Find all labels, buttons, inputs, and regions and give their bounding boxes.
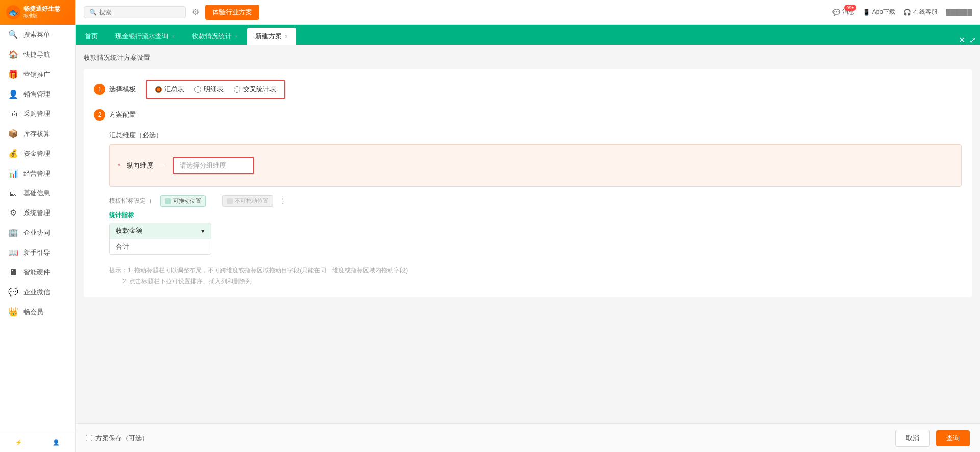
dim-select-box[interactable]: 请选择分组维度: [173, 157, 254, 174]
radio-summary-label: 汇总表: [164, 85, 184, 94]
save-checkbox[interactable]: 方案保存（可选）: [86, 434, 149, 443]
radio-summary-input[interactable]: [155, 86, 162, 93]
sidebar-item-enterprise[interactable]: 🏢企业协同: [0, 223, 75, 243]
tab-close-new-plan[interactable]: ×: [285, 34, 288, 39]
sidebar-item-basic-info[interactable]: 🗂基础信息: [0, 183, 75, 203]
logo-icon: 🐟: [6, 5, 20, 19]
sidebar-item-wechat[interactable]: 💬企业微信: [0, 282, 75, 302]
message-btn[interactable]: 💬 消息 99+: [832, 8, 854, 16]
non-draggable-tag: 不可拖动位置: [222, 195, 273, 207]
sidebar-item-management[interactable]: 📊经营管理: [0, 163, 75, 183]
management-icon: 📊: [8, 169, 18, 178]
basic-info-label: 基础信息: [23, 188, 50, 198]
tip1: 提示：1. 拖动标题栏可以调整布局，不可跨维度或指标区域拖动目字段(只能在同一维…: [109, 265, 962, 276]
query-button[interactable]: 查询: [936, 430, 970, 446]
tab-close-receipt-stats[interactable]: ×: [235, 34, 238, 39]
sidebar-item-member[interactable]: 👑畅会员: [0, 302, 75, 322]
purchase-label: 采购管理: [23, 109, 50, 118]
search-input[interactable]: [99, 9, 180, 16]
sidebar-item-finance[interactable]: 💰资金管理: [0, 144, 75, 163]
step2-row: 2 方案配置: [94, 109, 962, 121]
sidebar-item-quick-nav[interactable]: 🏠快捷导航: [0, 44, 75, 64]
wechat-icon: 💬: [8, 287, 18, 297]
metric-table: 收款金额 合计: [109, 223, 211, 255]
online-service-btn[interactable]: 🎧 在线客服: [903, 8, 938, 16]
metrics-label-row: 模板指标设定（ 可拖动位置 不可拖动位置 ）: [109, 195, 962, 207]
search-menu-icon: 🔍: [8, 30, 18, 39]
sidebar-bottom: ⚡ 👤: [0, 433, 75, 452]
logo-text: 畅捷通好生意: [23, 5, 60, 13]
topbar: 🔍 ⚙ 体验行业方案 💬 消息 99+ 📱 App下载 🎧 在线客服 █████…: [76, 0, 980, 25]
sidebar-bottom-right[interactable]: 👤: [53, 439, 60, 446]
sidebar-items: 🔍搜索菜单🏠快捷导航🎁营销推广👤销售管理🛍采购管理📦库存核算💰资金管理📊经营管理…: [0, 25, 75, 322]
footer: 方案保存（可选） 取消 查询: [76, 423, 980, 452]
sidebar-bottom-left[interactable]: ⚡: [15, 439, 22, 446]
radio-detail-input[interactable]: [194, 86, 201, 93]
metric-table-cell: 合计: [110, 239, 211, 254]
trial-btn[interactable]: 体验行业方案: [205, 5, 259, 20]
wechat-label: 企业微信: [23, 288, 50, 297]
logo-badge: 标准版: [23, 13, 60, 19]
radio-cross-label: 交叉统计表: [243, 85, 276, 94]
tabs-right-controls: ✕ ⤢: [959, 35, 980, 45]
sidebar-item-search-menu[interactable]: 🔍搜索菜单: [0, 25, 75, 44]
step1-badge: 1: [94, 84, 105, 95]
tab-bar: 首页现金银行流水查询×收款情况统计×新建方案× ✕ ⤢: [76, 25, 980, 45]
metric-table-header[interactable]: 收款金额: [110, 223, 211, 239]
metrics-setting-label: 模板指标设定（: [109, 197, 152, 205]
app-download-btn[interactable]: 📱 App下载: [863, 8, 895, 16]
close-tab-icon[interactable]: ✕: [959, 35, 965, 45]
newbie-icon: 📖: [8, 248, 18, 257]
stats-label: 统计指标: [109, 211, 211, 220]
radio-summary[interactable]: 汇总表: [155, 85, 184, 94]
message-badge: 99+: [844, 5, 856, 11]
tab-receipt-stats[interactable]: 收款情况统计×: [184, 28, 246, 45]
username: ██████: [946, 9, 972, 16]
dim-select-placeholder: 请选择分组维度: [180, 161, 226, 169]
sidebar-item-purchase[interactable]: 🛍采购管理: [0, 104, 75, 124]
hardware-label: 智能硬件: [23, 268, 50, 277]
sidebar-item-marketing[interactable]: 🎁营销推广: [0, 64, 75, 84]
tab-label-receipt-stats: 收款情况统计: [192, 32, 232, 41]
finance-label: 资金管理: [23, 149, 50, 158]
cancel-button[interactable]: 取消: [895, 430, 930, 447]
tab-new-plan[interactable]: 新建方案×: [247, 28, 296, 45]
sidebar-item-newbie[interactable]: 📖新手引导: [0, 243, 75, 263]
member-label: 畅会员: [23, 307, 43, 317]
message-icon: 💬: [832, 9, 840, 16]
tab-close-cash-flow[interactable]: ×: [172, 34, 175, 39]
system-icon: ⚙: [8, 208, 18, 218]
hardware-icon: 🖥: [8, 268, 18, 277]
metric-column-header: 收款金额: [116, 226, 142, 235]
quick-nav-label: 快捷导航: [23, 50, 50, 59]
sidebar-item-hardware[interactable]: 🖥智能硬件: [0, 263, 75, 282]
dim-required-star: *: [118, 162, 120, 170]
step1-row: 1 选择模板 汇总表 明细表 交叉统计表: [94, 80, 962, 99]
save-checkbox-input[interactable]: [86, 435, 92, 441]
expand-icon[interactable]: ⤢: [969, 35, 976, 45]
tab-home[interactable]: 首页: [77, 28, 106, 45]
tab-cash-flow[interactable]: 现金银行流水查询×: [107, 28, 183, 45]
metrics-setting-label-end: ）: [281, 197, 287, 205]
gear-icon[interactable]: ⚙: [192, 7, 199, 17]
tip2: 2. 点击标题栏下拉可设置排序、插入列和删除列: [109, 276, 962, 288]
radio-detail[interactable]: 明细表: [194, 85, 224, 94]
template-select-box: 汇总表 明细表 交叉统计表: [146, 80, 285, 99]
app-icon: 📱: [863, 9, 870, 16]
topbar-right: 💬 消息 99+ 📱 App下载 🎧 在线客服 ██████: [832, 8, 972, 16]
metric-dropdown-icon[interactable]: [201, 227, 205, 235]
radio-cross[interactable]: 交叉统计表: [234, 85, 276, 94]
sidebar-item-inventory[interactable]: 📦库存核算: [0, 124, 75, 144]
sidebar-item-sales[interactable]: 👤销售管理: [0, 84, 75, 104]
step2-label: 方案配置: [109, 110, 136, 120]
main-card: 1 选择模板 汇总表 明细表 交叉统计表: [84, 69, 972, 297]
dim-arrow: —: [159, 161, 166, 170]
topbar-search-box[interactable]: 🔍: [84, 6, 186, 18]
metrics-section: 模板指标设定（ 可拖动位置 不可拖动位置 ）: [109, 195, 962, 255]
radio-cross-input[interactable]: [234, 86, 240, 93]
sidebar-item-system[interactable]: ⚙系统管理: [0, 203, 75, 223]
marketing-icon: 🎁: [8, 69, 18, 79]
tab-label-cash-flow: 现金银行流水查询: [115, 32, 168, 41]
service-icon: 🎧: [903, 9, 911, 16]
sidebar-logo: 🐟 畅捷通好生意 标准版: [0, 0, 75, 25]
